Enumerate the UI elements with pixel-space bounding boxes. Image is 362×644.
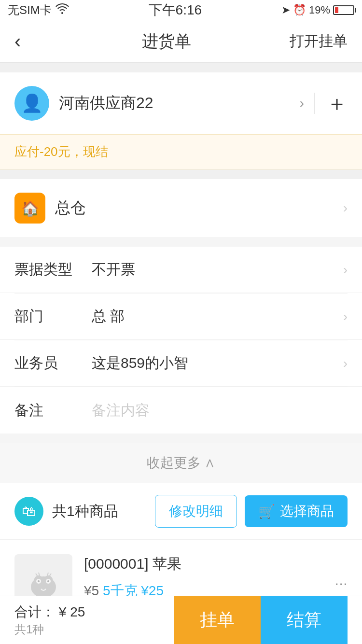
department-label: 部门 <box>14 307 92 326</box>
battery-percent: 19% <box>309 4 330 16</box>
total-label: 合计： <box>14 604 55 619</box>
svg-point-6 <box>47 580 49 582</box>
warehouse-icon: 🏠 <box>21 200 39 217</box>
department-row[interactable]: 部门 总 部 › <box>0 294 362 340</box>
select-product-button[interactable]: 🛒 选择商品 <box>245 495 348 527</box>
salesman-row[interactable]: 业务员 这是859的小智 › <box>0 340 362 387</box>
supplier-alert: 应付-20元，现结 <box>0 134 362 169</box>
warehouse-icon-wrap: 🏠 <box>14 193 45 224</box>
product-code: [0000001] <box>84 556 148 572</box>
department-chevron-icon: › <box>343 309 348 324</box>
warehouse-chevron-icon: › <box>343 200 348 216</box>
note-placeholder: 备注内容 <box>92 401 348 420</box>
products-header: 🛍 共1种商品 修改明细 🛒 选择商品 <box>0 483 362 539</box>
status-right: ➤ ⏰ 19% <box>281 4 354 16</box>
section-gap-1 <box>0 63 362 72</box>
open-pending-button[interactable]: 打开挂单 <box>290 31 348 51</box>
status-bar: 无SIM卡 下午6:16 ➤ ⏰ 19% <box>0 0 362 20</box>
cart-icon: 🛒 <box>258 504 275 519</box>
products-icon-wrap: 🛍 <box>14 497 43 526</box>
total-line: 合计： ¥ 25 <box>14 603 174 621</box>
invoice-type-label: 票据类型 <box>14 260 92 280</box>
invoice-type-chevron-icon: › <box>343 262 348 278</box>
collapse-button[interactable]: 收起更多 ∧ <box>0 443 362 483</box>
total-amount: ¥ 25 <box>59 604 85 619</box>
supplier-divider <box>314 93 315 114</box>
product-title: 苹果 <box>153 556 181 572</box>
location-icon: ➤ <box>281 4 290 16</box>
note-row[interactable]: 备注 备注内容 <box>0 387 362 434</box>
salesman-label: 业务员 <box>14 353 92 373</box>
products-count: 共1种商品 <box>52 502 155 521</box>
invoice-type-row[interactable]: 票据类型 不开票 › <box>0 247 362 293</box>
edit-detail-button[interactable]: 修改明细 <box>155 495 237 528</box>
supplier-chevron-icon: › <box>300 96 304 111</box>
alarm-icon: ⏰ <box>293 4 306 16</box>
bottom-bar: 合计： ¥ 25 共1种 挂单 结算 <box>0 596 362 644</box>
total-count-label: 共1种 <box>14 623 44 636</box>
battery-icon <box>333 5 354 15</box>
wifi-icon <box>56 3 69 17</box>
invoice-type-value: 不开票 <box>92 260 338 280</box>
total-section: 合计： ¥ 25 共1种 <box>14 603 174 637</box>
form-section: 票据类型 不开票 › 部门 总 部 › 业务员 这是859的小智 › 备注 备注… <box>0 247 362 434</box>
salesman-value: 这是859的小智 <box>92 353 338 373</box>
add-supplier-button[interactable]: ＋ <box>326 93 348 114</box>
total-count: 共1种 <box>14 621 174 637</box>
hang-button[interactable]: 挂单 <box>174 596 261 644</box>
salesman-chevron-icon: › <box>343 356 348 371</box>
section-gap-2 <box>0 169 362 179</box>
supplier-name: 河南供应商22 <box>59 93 300 114</box>
status-time: 下午6:16 <box>149 1 202 19</box>
warehouse-name: 总仓 <box>55 197 343 219</box>
product-info: [0000001] 苹果 ¥5 5千克 ¥25 <box>84 554 334 600</box>
checkout-button[interactable]: 结算 <box>261 596 348 644</box>
note-label: 备注 <box>14 401 92 420</box>
page-title: 进货单 <box>142 30 191 53</box>
supplier-avatar: 👤 <box>14 86 49 121</box>
warehouse-card: 🏠 总仓 › <box>0 179 362 237</box>
back-button[interactable]: ‹ <box>14 30 43 52</box>
nav-bar: ‹ 进货单 打开挂单 <box>0 20 362 63</box>
person-icon: 👤 <box>21 93 43 113</box>
product-more-button[interactable]: ··· <box>334 574 348 592</box>
sim-text: 无SIM卡 <box>8 2 52 18</box>
status-left: 无SIM卡 <box>8 2 69 18</box>
product-name: [0000001] 苹果 <box>84 554 334 574</box>
supplier-row[interactable]: 👤 河南供应商22 › ＋ <box>0 72 362 134</box>
supplier-card: 👤 河南供应商22 › ＋ 应付-20元，现结 <box>0 72 362 169</box>
products-icon: 🛍 <box>22 503 36 519</box>
department-value: 总 部 <box>92 307 338 326</box>
warehouse-row[interactable]: 🏠 总仓 › <box>0 179 362 237</box>
select-product-label: 选择商品 <box>280 502 334 520</box>
svg-point-5 <box>38 580 40 582</box>
